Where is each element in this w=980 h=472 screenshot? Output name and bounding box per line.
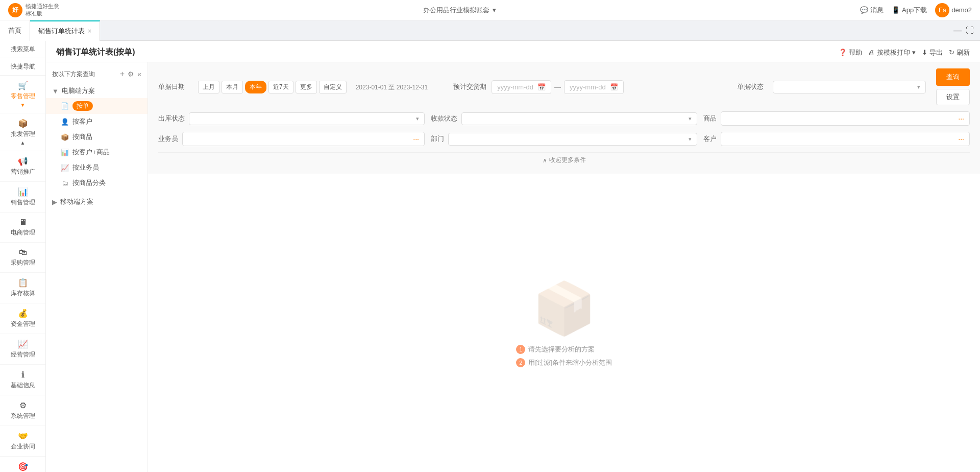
goods-label: 商品 [703, 114, 717, 123]
settings-button[interactable]: 设置 [936, 89, 970, 105]
btn-this-year[interactable]: 本年 [245, 81, 266, 93]
goods-input[interactable]: ··· [721, 111, 970, 126]
help-button[interactable]: ❓ 帮助 [839, 48, 862, 57]
sidebar-item-purchase[interactable]: 🛍 采购管理 [0, 243, 45, 273]
empty-hint-2: 2 用[过滤]条件来缩小分析范围 [516, 358, 611, 367]
date-separator: — [554, 83, 561, 91]
goods-cell: 商品 ··· [703, 111, 970, 126]
btn-prev-month[interactable]: 上月 [198, 81, 219, 93]
date-placeholder-start: yyyy-mm-dd [497, 83, 533, 91]
app-download-button[interactable]: 📱 App下载 [892, 6, 927, 15]
status-select[interactable]: ▾ [773, 81, 926, 93]
message-icon: 💬 [860, 6, 868, 14]
sidebar-item-marketing[interactable]: 📢 营销推广 [0, 151, 45, 182]
query-button[interactable]: 查询 [936, 68, 970, 86]
sidebar-item-wholesale[interactable]: 📦 批发管理 ▲ [0, 113, 45, 151]
scheme-item-by-order[interactable]: 📄 按单 [46, 98, 148, 114]
sidebar-item-base-info[interactable]: ℹ 基础信息 [0, 365, 45, 395]
customer-more-icon[interactable]: ··· [958, 135, 964, 143]
expand-icon[interactable]: ⛶ [966, 26, 974, 35]
hint-text-2: 用[过滤]条件来缩小分析范围 [528, 358, 611, 367]
collapse-label: 收起更多条件 [549, 156, 586, 164]
scheme-item-by-customer-goods[interactable]: 📊 按客户+商品 [46, 145, 148, 160]
sidebar-item-system[interactable]: ⚙ 系统管理 [0, 395, 45, 426]
settings-scheme-icon[interactable]: ⚙ [128, 70, 134, 78]
sidebar-item-ecommerce[interactable]: 🖥 电商管理 [0, 213, 45, 243]
tab-actions: — ⛶ [953, 26, 980, 35]
collection-status-select[interactable]: ▾ [461, 112, 697, 125]
scheme-item-by-category[interactable]: 🗂 按商品分类 [46, 175, 148, 191]
btn-more[interactable]: 更多 [296, 81, 317, 93]
print-button[interactable]: 🖨 按模板打印 ▾ [868, 48, 916, 57]
btn-custom[interactable]: 自定义 [319, 81, 347, 93]
tab-sales-order[interactable]: 销售订单统计表 × [30, 20, 100, 41]
btn-7days[interactable]: 近7天 [268, 81, 293, 93]
sidebar-system-label: 系统管理 [11, 412, 35, 420]
scheme-item-by-goods[interactable]: 📦 按商品 [46, 129, 148, 145]
department-chevron: ▾ [689, 136, 692, 143]
export-button[interactable]: ⬇ 导出 [922, 48, 943, 57]
sidebar-item-new-guide[interactable]: 🎯 新手引导 [0, 457, 45, 472]
topbar: 好 畅捷通好生意 标准版 办公用品行业模拟账套 ▾ 💬 消息 📱 App下载 E… [0, 0, 980, 20]
desktop-scheme-group: ▼ 电脑端方案 📄 按单 👤 按客户 📦 按商品 [46, 82, 148, 193]
sidebar-item-retail[interactable]: 🛒 零售管理 ▼ [0, 76, 45, 113]
scheme-item-by-customer[interactable]: 👤 按客户 [46, 114, 148, 129]
collection-status-cell: 收款状态 ▾ [431, 111, 697, 126]
user-area[interactable]: Ea demo2 [935, 3, 972, 17]
sidebar-item-operations[interactable]: 📈 经营管理 [0, 334, 45, 365]
logo-text: 畅捷通好生意 标准版 [26, 3, 59, 16]
expected-date-start[interactable]: yyyy-mm-dd 📅 [492, 80, 551, 94]
corp-collab-icon: 🤝 [18, 431, 28, 441]
mobile-group-header[interactable]: ▶ 移动端方案 [46, 195, 148, 209]
hint-num-1: 1 [516, 345, 525, 354]
collapse-filters-button[interactable]: ∧ 收起更多条件 [158, 152, 970, 168]
sidebar-inventory-label: 库存核算 [11, 289, 35, 298]
minimize-icon[interactable]: — [953, 26, 962, 35]
page-header: 销售订单统计表(按单) ❓ 帮助 🖨 按模板打印 ▾ ⬇ 导出 ↻ 刷新 [46, 41, 980, 62]
add-scheme-icon[interactable]: + [120, 69, 125, 79]
customer-input[interactable]: ··· [721, 132, 970, 146]
refresh-button[interactable]: ↻ 刷新 [949, 48, 970, 57]
goods-more-icon[interactable]: ··· [958, 114, 964, 123]
sidebar-search[interactable]: 搜索菜单 [0, 41, 45, 58]
quick-nav-label: 快捷导航 [11, 63, 35, 70]
collection-chevron: ▾ [689, 115, 692, 122]
desktop-group-header[interactable]: ▼ 电脑端方案 [46, 84, 148, 98]
filter-row-people: 业务员 ··· 部门 ▾ [158, 132, 970, 146]
by-salesman-label: 按业务员 [72, 163, 99, 172]
department-select[interactable]: ▾ [448, 133, 697, 146]
sales-icon: 📊 [18, 187, 28, 197]
sidebar-item-finance[interactable]: 💰 资金管理 [0, 303, 45, 334]
btn-this-month[interactable]: 本月 [222, 81, 243, 93]
sidebar-ecommerce-label: 电商管理 [11, 228, 35, 237]
tabbar: 首页 销售订单统计表 × — ⛶ [0, 20, 980, 41]
collapse-scheme-icon[interactable]: « [137, 70, 141, 78]
by-salesman-icon: 📈 [60, 163, 69, 172]
collapse-group-icon: ▶ [52, 198, 57, 206]
filter-area: 单据日期 上月 本月 本年 近7天 更多 自定义 2023-01-01 至 20… [148, 62, 980, 174]
expected-date-end[interactable]: yyyy-mm-dd 📅 [564, 80, 624, 94]
tab-close-icon[interactable]: × [88, 28, 91, 35]
delivery-status-select[interactable]: ▾ [189, 112, 425, 125]
sidebar-corp-collab-label: 企业协同 [11, 442, 35, 451]
salesman-more-icon[interactable]: ··· [413, 135, 419, 143]
print-dropdown-icon[interactable]: ▾ [912, 49, 916, 56]
hint-text-1: 请先选择要分析的方案 [528, 345, 595, 354]
app-title-area[interactable]: 办公用品行业模拟账套 ▾ [423, 6, 496, 15]
sidebar-operations-label: 经营管理 [11, 350, 35, 359]
tab-home[interactable]: 首页 [0, 20, 30, 41]
page-actions: ❓ 帮助 🖨 按模板打印 ▾ ⬇ 导出 ↻ 刷新 [839, 48, 970, 57]
print-icon: 🖨 [868, 49, 875, 56]
status-chevron: ▾ [917, 84, 920, 90]
message-button[interactable]: 💬 消息 [860, 6, 884, 15]
salesman-input[interactable]: ··· [182, 132, 425, 146]
scheme-item-by-salesman[interactable]: 📈 按业务员 [46, 160, 148, 175]
sidebar-item-inventory[interactable]: 📋 库存核算 [0, 273, 45, 303]
sidebar-quick-nav[interactable]: 快捷导航 [0, 58, 45, 76]
sidebar-item-corp-collab[interactable]: 🤝 企业协同 [0, 426, 45, 457]
logo-icon: 好 [8, 3, 22, 17]
sidebar-item-sales[interactable]: 📊 销售管理 [0, 182, 45, 213]
home-tab-label: 首页 [8, 26, 21, 35]
ecommerce-icon: 🖥 [19, 218, 27, 227]
dropdown-icon[interactable]: ▾ [493, 6, 496, 14]
